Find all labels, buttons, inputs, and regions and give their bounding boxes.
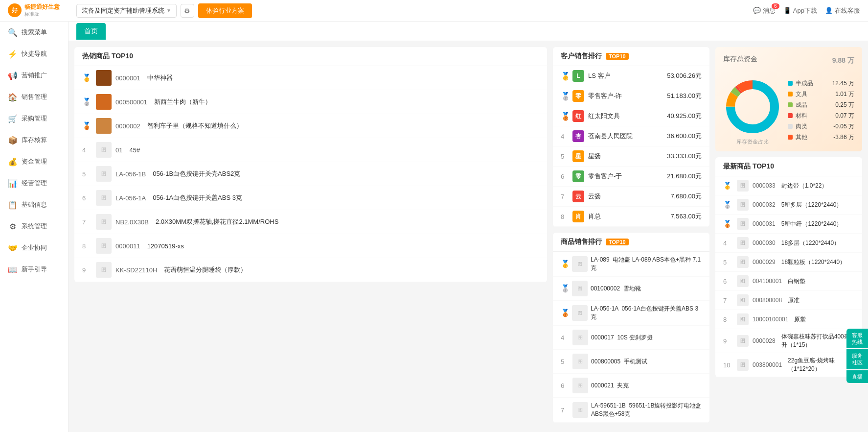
product-icon: 图 bbox=[737, 335, 749, 347]
chart-label: 库存资金占比 bbox=[723, 138, 782, 145]
legend-value: 12.45 万 bbox=[832, 79, 854, 88]
float-service: 客服热线 服务社区 直播 bbox=[846, 329, 868, 383]
sidebar-item-3[interactable]: 🏠销售管理 bbox=[0, 86, 68, 108]
product-name: 2.0X30MM双搓花轴,搓花直径2.1MM/ROHS bbox=[156, 217, 539, 226]
sidebar-label-7: 经营管理 bbox=[22, 179, 47, 188]
product-icon: 图 bbox=[737, 218, 749, 230]
legend-item: 其他 -3.86 万 bbox=[788, 133, 854, 142]
right-panel: 库存总资金 9.88万 bbox=[715, 47, 862, 429]
message-icon: 💬 bbox=[753, 7, 761, 14]
rank-name: 红太阳文具 bbox=[588, 112, 667, 120]
rank-num: 5 bbox=[82, 170, 92, 178]
product-name: 中华神器 bbox=[147, 73, 539, 82]
list-item: 🥈 图 0000032 5厘多层（1220*2440） bbox=[715, 195, 862, 215]
rank-num: 6 bbox=[82, 194, 92, 202]
product-name: 056-1A白色按键开关盖ABS 3克 bbox=[153, 193, 539, 202]
gear-button[interactable]: ⚙ bbox=[181, 4, 194, 18]
latest-products-card: 最新商品 TOP10 🥇 图 0000033 封边带（1.0*22） 🥈 图 0… bbox=[715, 157, 862, 377]
table-row: 🥈 零 零售客户-许 51,183.00元 bbox=[553, 86, 709, 106]
rank-amount: 36,600.00元 bbox=[667, 132, 702, 141]
float-community-btn[interactable]: 服务社区 bbox=[846, 349, 868, 369]
product-code: 0000033 bbox=[753, 182, 776, 189]
product-img: 图 bbox=[572, 305, 588, 321]
sidebar-item-5[interactable]: 📦库存核算 bbox=[0, 129, 68, 151]
dropdown-arrow-icon: ▼ bbox=[166, 8, 171, 13]
table-row: 🥇 L LS 客户 53,006.26元 bbox=[553, 66, 709, 86]
product-name: 封边带（1.0*22） bbox=[781, 182, 854, 190]
rank-amount: 51,183.00元 bbox=[667, 92, 702, 100]
product-code: 0000032 bbox=[753, 201, 776, 208]
sys-select[interactable]: 装备及固定资产辅助管理系统 ▼ bbox=[76, 4, 177, 18]
rank-amount: 40,925.00元 bbox=[667, 112, 702, 120]
app-label: App下载 bbox=[793, 6, 817, 15]
list-item: 4 图 0000017 10S 变刹罗摄 bbox=[553, 326, 709, 350]
trial-button[interactable]: 体验行业方案 bbox=[198, 3, 252, 18]
donut-chart-wrap: 库存资金占比 bbox=[723, 77, 782, 145]
sidebar-label-11: 新手引导 bbox=[22, 265, 47, 274]
sidebar-item-1[interactable]: ⚡快捷导航 bbox=[0, 43, 68, 65]
sidebar-icon-1: ⚡ bbox=[8, 49, 18, 59]
rank-avatar: L bbox=[572, 70, 584, 82]
sidebar-item-6[interactable]: 💰资金管理 bbox=[0, 151, 68, 172]
list-item: 5 图 LA-056-1B 056-1B白色按键开关壳ABS2克 bbox=[74, 162, 547, 186]
hot-products-title: 热销商品 TOP10 bbox=[82, 52, 133, 61]
header-right: 💬 消息 6 📱 App下载 👤 在线客服 bbox=[753, 6, 860, 15]
product-code: NB2.0X30B bbox=[115, 218, 149, 226]
sidebar-icon-2: 📢 bbox=[8, 71, 18, 80]
sidebar-item-11[interactable]: 📖新手引导 bbox=[0, 259, 68, 280]
sidebar-item-8[interactable]: 📋基础信息 bbox=[0, 194, 68, 216]
product-code: 003800001 bbox=[753, 361, 782, 368]
logo-text: 畅捷通好生意 bbox=[24, 3, 60, 10]
product-name: 12070519-xs bbox=[147, 242, 539, 250]
product-img: 图 bbox=[96, 214, 112, 230]
list-item: 6 图 0000021 夹克 bbox=[553, 374, 709, 398]
product-code: 004100001 bbox=[753, 278, 782, 285]
sidebar-item-10[interactable]: 🤝企业协同 bbox=[0, 237, 68, 259]
rank-name: 云扬 bbox=[588, 192, 670, 201]
sidebar-item-9[interactable]: ⚙系统管理 bbox=[0, 216, 68, 237]
customer-ranking-title: 客户销售排行 bbox=[561, 52, 602, 61]
sidebar-item-0[interactable]: 🔍搜索菜单 bbox=[0, 22, 68, 43]
rank-amount: 7,563.00元 bbox=[670, 212, 702, 221]
mid-products-list: 🥇 图 LA-089 电池盖 LA-089 ABS本色+黑种 7.1克 🥈 图 … bbox=[553, 252, 709, 423]
product-img: 图 bbox=[572, 402, 588, 418]
legend-item: 文具 1.01 万 bbox=[788, 90, 854, 98]
rank-num: 6 bbox=[561, 173, 572, 180]
rank-num: 5 bbox=[561, 153, 572, 160]
product-icon: 图 bbox=[737, 199, 749, 211]
sidebar-item-4[interactable]: 🛒采购管理 bbox=[0, 108, 68, 129]
sidebar-label-10: 企业协同 bbox=[22, 243, 47, 252]
product-info: LA-056-1A 056-1A白色按键开关盖ABS 3克 bbox=[591, 305, 702, 321]
inventory-header: 库存总资金 9.88万 bbox=[715, 47, 862, 72]
mid-products-title: 商品销售排行 bbox=[561, 238, 602, 246]
gear-icon: ⚙ bbox=[184, 7, 190, 15]
product-img: 图 bbox=[572, 378, 588, 393]
latest-products-list: 🥇 图 0000033 封边带（1.0*22） 🥈 图 0000032 5厘多层… bbox=[715, 176, 862, 377]
home-tab[interactable]: 首页 bbox=[76, 23, 106, 40]
product-icon: 图 bbox=[737, 294, 749, 306]
product-img bbox=[96, 70, 112, 86]
list-item: 🥇 图 0000033 封边带（1.0*22） bbox=[715, 176, 862, 195]
product-name: 22g鱼豆腐-烧烤味（1*12*20） bbox=[788, 357, 854, 373]
online-service-button[interactable]: 👤 在线客服 bbox=[825, 6, 860, 15]
medal-icon: 🥈 bbox=[561, 284, 570, 293]
float-service-btn[interactable]: 客服热线 bbox=[846, 329, 868, 349]
legend-dot bbox=[788, 124, 793, 129]
sidebar-item-7[interactable]: 📊经营管理 bbox=[0, 172, 68, 194]
sidebar-item-2[interactable]: 📢营销推广 bbox=[0, 65, 68, 86]
product-name: 新西兰牛肉（新牛） bbox=[154, 97, 539, 106]
float-live-btn[interactable]: 直播 bbox=[846, 370, 868, 383]
product-code: 0000028 bbox=[753, 337, 776, 344]
product-name: 花语萌恒温分腿睡袋（厚款） bbox=[164, 265, 539, 274]
sidebar-icon-5: 📦 bbox=[8, 135, 18, 145]
rank-name: LS 客户 bbox=[588, 72, 667, 80]
message-button[interactable]: 💬 消息 6 bbox=[753, 6, 776, 15]
sidebar-label-6: 资金管理 bbox=[22, 157, 47, 166]
product-img: 图 bbox=[572, 256, 588, 272]
rank-num: 7 bbox=[561, 407, 572, 414]
app-download-button[interactable]: 📱 App下载 bbox=[783, 6, 817, 15]
sidebar-icon-6: 💰 bbox=[8, 157, 18, 167]
product-code: LA-056-1A bbox=[115, 194, 146, 202]
product-name: 5厘中纤（1220*2440） bbox=[781, 220, 854, 228]
product-img: 图 bbox=[96, 190, 112, 206]
